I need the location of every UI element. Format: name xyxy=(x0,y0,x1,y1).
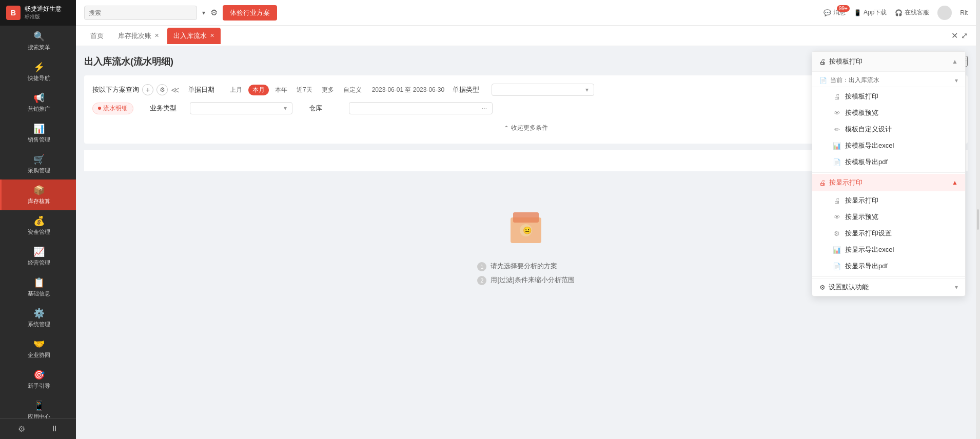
sidebar-item-guide[interactable]: 🎯 新手引导 xyxy=(0,364,76,395)
sidebar-collapse-icon[interactable]: ⏸ xyxy=(50,424,58,434)
set-default-icon: ⚙ xyxy=(819,284,826,291)
sidebar-item-label: 企业协同 xyxy=(28,351,50,359)
dropdown-title-label: 按模板打印 xyxy=(829,57,863,66)
sidebar-item-label: 销售管理 xyxy=(28,136,50,144)
sidebar-item-label: 采购管理 xyxy=(28,167,50,174)
display-section-header[interactable]: 🖨 按显示打印 ▲ xyxy=(812,174,965,191)
filter-label: 按以下方案查询 xyxy=(92,85,139,94)
display-section-title: 🖨 按显示打印 xyxy=(819,178,863,187)
date-shortcut-this-year[interactable]: 本年 xyxy=(272,85,290,95)
search-dropdown-icon[interactable]: ▾ xyxy=(202,9,205,16)
sidebar-item-marketing[interactable]: 📢 营销推广 xyxy=(0,87,76,118)
sidebar-item-search[interactable]: 🔍 搜索菜单 xyxy=(0,26,76,56)
current-template-label: 当前：出入库流水 xyxy=(830,76,879,85)
sidebar-item-system[interactable]: ⚙️ 系统管理 xyxy=(0,303,76,333)
tab-inventory-batch-close[interactable]: ✕ xyxy=(154,32,159,39)
sidebar-item-sales[interactable]: 📊 销售管理 xyxy=(0,118,76,149)
tab-home[interactable]: 首页 xyxy=(84,28,110,44)
display-print-item[interactable]: 🖨 按显示打印 xyxy=(812,192,965,209)
doc-type-select[interactable]: ▾ xyxy=(492,84,594,96)
date-field-label: 单据日期 xyxy=(188,85,224,94)
date-shortcut-7days[interactable]: 近7天 xyxy=(293,85,316,95)
date-shortcut-custom[interactable]: 自定义 xyxy=(340,85,365,95)
warehouse-select[interactable]: ··· xyxy=(349,102,493,114)
filter-add-btn[interactable]: + xyxy=(142,84,153,95)
set-default-label: 设置默认功能 xyxy=(829,283,869,292)
sidebar-item-finance[interactable]: 💰 资金管理 xyxy=(0,210,76,241)
template-section: 🖨 按模板打印 👁 按模板预览 ✏ 模板自定义设计 📊 按模板导出excel 📄 xyxy=(812,87,965,171)
sidebar-item-inventory[interactable]: 📦 库存核算 xyxy=(0,179,76,210)
sidebar-item-app-center[interactable]: 📱 应用中心 xyxy=(0,395,76,418)
display-print-icon: 🖨 xyxy=(833,196,841,205)
template-pdf-item[interactable]: 📄 按模板导出pdf xyxy=(812,154,965,170)
print-header-icon: 🖨 xyxy=(819,58,826,66)
display-pdf-label: 按显示导出pdf xyxy=(845,262,888,271)
template-excel-item[interactable]: 📊 按模板导出excel xyxy=(812,137,965,154)
sidebar-item-cooperation[interactable]: 🤝 企业协同 xyxy=(0,333,76,364)
display-print-settings-item[interactable]: ⚙ 按显示打印设置 xyxy=(812,225,965,242)
service-btn[interactable]: 🎧 在线客服 xyxy=(895,8,929,17)
display-excel-item[interactable]: 📊 按显示导出excel xyxy=(812,242,965,258)
set-default-btn[interactable]: ⚙ 设置默认功能 xyxy=(819,283,869,292)
topbar-search-area xyxy=(84,6,197,20)
business-type-select[interactable]: ▾ xyxy=(190,102,292,114)
app-logo: B 畅捷通好生意 标准版 xyxy=(0,0,76,26)
empty-step-2: 2 用[过滤]条件来缩小分析范围 xyxy=(477,275,574,285)
sidebar-item-quick-nav[interactable]: ⚡ 快捷导航 xyxy=(0,56,76,87)
right-sidebar-handle[interactable] xyxy=(976,0,980,439)
quick-nav-icon: ⚡ xyxy=(33,62,45,73)
service-label: 在线客服 xyxy=(905,8,929,17)
display-pdf-item[interactable]: 📄 按显示导出pdf xyxy=(812,258,965,274)
current-arrow-icon: ▾ xyxy=(955,77,958,84)
tab-maximize-btn[interactable]: ⤢ xyxy=(961,31,968,41)
filter-collapse-arrows[interactable]: ≪ xyxy=(171,85,180,95)
sidebar-item-operations[interactable]: 📈 经营管理 xyxy=(0,241,76,272)
date-shortcut-this-month[interactable]: 本月 xyxy=(248,85,269,95)
empty-icon: 😐 xyxy=(500,202,552,253)
warehouse-more-icon: ··· xyxy=(482,105,487,112)
industry-btn[interactable]: 体验行业方案 xyxy=(223,5,277,21)
sidebar-item-label: 库存核算 xyxy=(28,197,50,205)
business-type-label: 业务类型 xyxy=(150,104,186,113)
template-excel-label: 按模板导出excel xyxy=(845,141,894,150)
display-preview-item[interactable]: 👁 按显示预览 xyxy=(812,209,965,225)
logo-icon: B xyxy=(6,6,21,20)
set-default-arrow-icon: ▾ xyxy=(955,284,958,291)
topbar-gear-icon[interactable]: ⚙ xyxy=(210,8,218,17)
app-download-btn[interactable]: 📱 App下载 xyxy=(854,8,887,17)
display-settings-label: 按显示打印设置 xyxy=(845,229,892,238)
sidebar-item-basic-info[interactable]: 📋 基础信息 xyxy=(0,272,76,303)
tab-close-btn[interactable]: ✕ xyxy=(951,31,958,41)
page-title: 出入库流水(流水明细) xyxy=(84,55,173,68)
display-section-label: 按显示打印 xyxy=(829,178,863,187)
purchase-icon: 🛒 xyxy=(33,154,45,165)
notification-btn[interactable]: 💬 消息 99+ xyxy=(824,8,846,17)
display-print-label: 按显示打印 xyxy=(845,196,878,205)
app-center-icon: 📱 xyxy=(33,400,45,411)
tab-inventory-batch[interactable]: 库存批次账 ✕ xyxy=(112,28,165,44)
template-custom-item[interactable]: ✏ 模板自定义设计 xyxy=(812,121,965,137)
doc-type-label: 单据类型 xyxy=(453,85,488,94)
search-input[interactable] xyxy=(84,6,197,20)
sidebar-item-label: 营销推广 xyxy=(28,105,50,113)
settings-gear-icon[interactable]: ⚙ xyxy=(18,424,25,434)
tab-inout-flow[interactable]: 出入库流水 ✕ xyxy=(167,28,221,44)
date-shortcut-last-month[interactable]: 上月 xyxy=(227,85,245,95)
dropdown-header-arrow-icon[interactable]: ▲ xyxy=(952,58,958,65)
finance-icon: 💰 xyxy=(33,215,45,227)
sidebar-item-label: 快捷导航 xyxy=(28,74,50,82)
display-section-items: 🖨 按显示打印 👁 按显示预览 ⚙ 按显示打印设置 📊 按显示导出excel 📄 xyxy=(812,191,965,275)
sidebar-item-label: 经营管理 xyxy=(28,259,50,267)
dropdown-header: 🖨 按模板打印 ▲ xyxy=(812,52,965,72)
date-shortcut-more[interactable]: 更多 xyxy=(319,85,337,95)
sidebar-item-purchase[interactable]: 🛒 采购管理 xyxy=(0,149,76,179)
template-preview-item[interactable]: 👁 按模板预览 xyxy=(812,105,965,121)
filter-settings-btn[interactable]: ⚙ xyxy=(156,84,168,95)
step-1-text: 请先选择要分析的方案 xyxy=(491,262,557,271)
tab-home-label: 首页 xyxy=(90,31,104,41)
avatar[interactable] xyxy=(937,6,952,20)
tab-inout-flow-close[interactable]: ✕ xyxy=(210,32,214,39)
template-print-item[interactable]: 🖨 按模板打印 xyxy=(812,88,965,105)
warehouse-label: 仓库 xyxy=(309,104,345,113)
sidebar-nav: 🔍 搜索菜单 ⚡ 快捷导航 📢 营销推广 📊 销售管理 🛒 采购管理 📦 xyxy=(0,26,76,418)
